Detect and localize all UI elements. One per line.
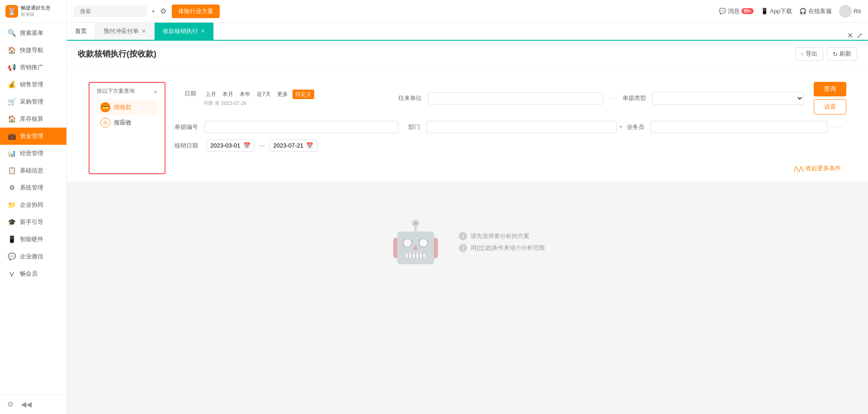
- topbar-search-input[interactable]: [74, 6, 146, 17]
- nucleardate-row: 核销日期 2023-03-01 📅 — 2023-07-21 📅: [175, 139, 846, 152]
- doc-type-select[interactable]: [652, 92, 804, 105]
- system-icon: ⚙: [7, 184, 16, 192]
- tab-close-window-icon[interactable]: ✕: [847, 31, 853, 40]
- query-type-by-receipt[interactable]: 💳 按收款: [97, 100, 157, 115]
- sidebar-item-quick-nav[interactable]: 🏠 快捷导航: [0, 42, 66, 59]
- sidebar-item-smart-hw[interactable]: 📱 智能硬件: [0, 231, 66, 248]
- sidebar-item-wechat[interactable]: 💬 企业微信: [0, 248, 66, 265]
- counterpart-label: 往来单位: [398, 94, 422, 102]
- filter-panel: 按以下方案查询 « 💳 按收款 ⊙ 按应收: [78, 75, 857, 182]
- query-type-by-receivable[interactable]: ⊙ 按应收: [97, 115, 157, 130]
- salesperson-input[interactable]: [651, 121, 828, 133]
- date-this-year[interactable]: 本年: [238, 90, 252, 99]
- date-custom[interactable]: 自定义: [292, 90, 314, 99]
- sidebar-item-marketing[interactable]: 📢 营销推广: [0, 59, 66, 76]
- date-7days[interactable]: 近7天: [255, 90, 273, 99]
- date-separator: —: [259, 142, 265, 149]
- page-title: 收款核销执行(按收款): [78, 48, 156, 66]
- messages-item[interactable]: 💬 消息 99+: [719, 7, 754, 15]
- filter-row-1: 日期 上月 本月 本年 近7天 更多 自定义: [175, 82, 846, 114]
- filter-row-2: 单据编号 部门 ▾ 业务员 ···: [175, 121, 846, 133]
- doc-no-input[interactable]: [204, 121, 398, 133]
- sidebar-item-finance[interactable]: 💼 资金管理: [0, 128, 66, 145]
- tab-maximize-icon[interactable]: ⤢: [857, 31, 863, 40]
- tab-home[interactable]: 首页: [67, 23, 95, 40]
- guide-icon: 🎓: [7, 218, 16, 226]
- date-to: 至 2023-07-26: [215, 100, 246, 106]
- sales-icon: 💰: [7, 81, 16, 89]
- query-button[interactable]: 查询: [814, 82, 846, 96]
- sidebar-item-guide[interactable]: 🎓 新手引导: [0, 214, 66, 231]
- page-content: 收款核销执行(按收款) ↑ 导出 ↻ 刷新 按以下方案查询 «: [67, 41, 868, 414]
- app-download-label: App下载: [770, 7, 792, 15]
- tab-actions: ✕ ⤢: [847, 31, 868, 40]
- finance-icon: 💼: [7, 132, 16, 140]
- dept-label: 部门: [398, 123, 420, 131]
- app-logo: 🐰 畅捷通好生意 标准版: [0, 0, 66, 23]
- basic-info-icon: 📋: [7, 167, 16, 175]
- date-more[interactable]: 更多: [275, 90, 290, 99]
- tab-receivable-close-icon[interactable]: ✕: [201, 28, 205, 34]
- message-icon: 💬: [719, 8, 726, 14]
- date-label: 日期: [175, 90, 196, 98]
- dept-input[interactable]: [426, 121, 616, 133]
- date-last-month[interactable]: 上月: [203, 90, 218, 99]
- nucleardate-label: 核销日期: [175, 142, 198, 150]
- tab-prepay-close-icon[interactable]: ✕: [142, 28, 146, 34]
- user-avatar: [839, 5, 852, 18]
- nucleardate-start-input[interactable]: 2023-03-01 📅: [206, 139, 255, 152]
- operations-icon: 📊: [7, 149, 16, 157]
- setting-button[interactable]: 设置: [814, 99, 846, 114]
- sidebar-item-system[interactable]: ⚙ 系统管理: [0, 179, 66, 196]
- dept-dropdown-icon: ▾: [619, 124, 623, 130]
- page-header: 收款核销执行(按收款) ↑ 导出 ↻ 刷新: [67, 41, 868, 67]
- messages-badge: 99+: [741, 8, 754, 14]
- query-type-title: 按以下方案查询 «: [97, 87, 157, 95]
- query-type-box: 按以下方案查询 « 💳 按收款 ⊙ 按应收: [89, 82, 165, 174]
- tab-prepay-offset[interactable]: 预付冲应付单 ✕: [95, 23, 155, 40]
- sidebar-item-operations[interactable]: 📊 经营管理: [0, 145, 66, 162]
- topbar: ▾ ⚙ 体验行业方案 💬 消息 99+ 📱 App下载 🎧 在线客服 Rit: [67, 0, 868, 23]
- logo-icon: 🐰: [5, 5, 18, 18]
- empty-step-2: 2 用[过滤]条件来缩小分析范围: [459, 244, 544, 252]
- sidebar-item-enterprise[interactable]: 📁 企业协同: [0, 196, 66, 214]
- date-this-month[interactable]: 本月: [221, 90, 235, 99]
- nucleardate-end-value: 2023-07-21: [274, 142, 304, 149]
- filter-section: 按以下方案查询 « 💳 按收款 ⊙ 按应收: [67, 67, 868, 182]
- tab-receivable-offset[interactable]: 收款核销执行 ✕: [155, 23, 214, 40]
- sidebar-item-sales[interactable]: 💰 销售管理: [0, 76, 66, 93]
- sidebar-nav: 🔍 搜索菜单 🏠 快捷导航 📢 营销推广 💰 销售管理 🛒 采购管理 🏠 库存核…: [0, 23, 66, 394]
- tab-home-label: 首页: [75, 27, 87, 35]
- user-name: Rit: [854, 8, 861, 14]
- nucleardate-end-input[interactable]: 2023-07-21 📅: [269, 139, 318, 152]
- settings-gear-icon[interactable]: ⚙: [7, 400, 14, 409]
- sidebar-item-vip[interactable]: V 畅会员: [0, 265, 66, 282]
- collapse-more-button[interactable]: ⋀⋀ 收起更多条件: [788, 162, 846, 174]
- refresh-button[interactable]: ↻ 刷新: [827, 47, 857, 61]
- export-button[interactable]: ↑ 导出: [795, 47, 824, 61]
- counterpart-dots: ···: [610, 94, 618, 102]
- sidebar-item-inventory[interactable]: 🏠 库存核算: [0, 110, 66, 128]
- tabbar: 首页 预付冲应付单 ✕ 收款核销执行 ✕ ✕ ⤢: [67, 23, 868, 41]
- filter-fields: 日期 上月 本月 本年 近7天 更多 自定义: [175, 82, 846, 174]
- sidebar-item-purchase[interactable]: 🛒 采购管理: [0, 93, 66, 110]
- industry-solution-button[interactable]: 体验行业方案: [172, 5, 220, 18]
- topbar-gear-icon[interactable]: ⚙: [160, 7, 166, 15]
- online-service-item[interactable]: 🎧 在线客服: [799, 7, 832, 15]
- sidebar-item-basic-info[interactable]: 📋 基础信息: [0, 162, 66, 179]
- vip-icon: V: [7, 270, 16, 278]
- search-menu-icon: 🔍: [7, 29, 16, 37]
- wechat-icon: 💬: [7, 252, 16, 261]
- inventory-icon: 🏠: [7, 115, 16, 123]
- sidebar-collapse-icon[interactable]: ◀◀: [21, 400, 32, 409]
- sidebar-item-search-menu[interactable]: 🔍 搜索菜单: [0, 24, 66, 42]
- app-download-item[interactable]: 📱 App下载: [761, 7, 792, 15]
- counterpart-input[interactable]: [428, 92, 604, 105]
- app-download-icon: 📱: [761, 8, 768, 14]
- user-profile[interactable]: Rit: [839, 5, 861, 18]
- tab-receivable-label: 收款核销执行: [163, 27, 198, 35]
- query-type-collapse-button[interactable]: «: [154, 88, 157, 95]
- app-version: 标准版: [21, 11, 51, 18]
- salesperson-dots: ···: [834, 123, 843, 131]
- sidebar: 🐰 畅捷通好生意 标准版 🔍 搜索菜单 🏠 快捷导航 📢 营销推广 💰 销售管理…: [0, 0, 67, 414]
